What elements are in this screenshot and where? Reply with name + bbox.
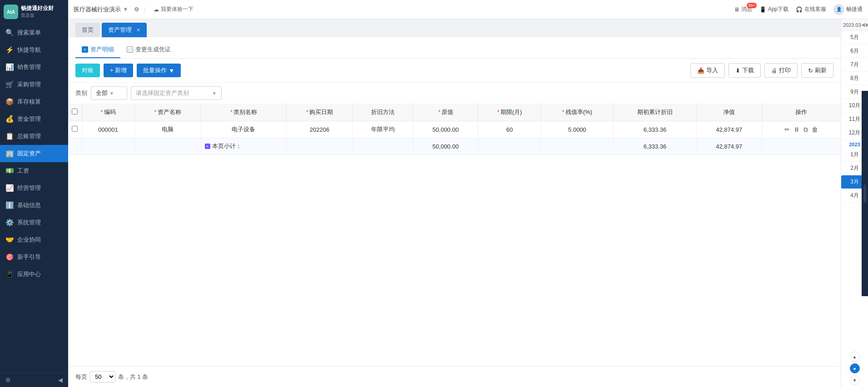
col-purchase-date: *购买日期 (286, 104, 352, 121)
reconcile-button[interactable]: 对账 (75, 64, 100, 77)
toolbar-right: 📥 导入 ⬇ 下载 🖨 打印 ↻ 刷新 (690, 63, 833, 78)
support-icon: 🎧 (796, 6, 803, 13)
edit-icon[interactable]: ✏ (784, 126, 790, 133)
sidebar-item-search[interactable]: 🔍 搜索菜单 (0, 24, 68, 41)
company-selector[interactable]: 医疗器械行业演示 ▼ (74, 5, 129, 14)
cell-name: 电脑 (134, 121, 201, 138)
main-toolbar: 对账 + 新增 批量操作 ▼ 📥 导入 ⬇ 下载 (68, 59, 841, 83)
sidebar-item-label: 基础信息 (17, 201, 41, 209)
company-name: 医疗器械行业演示 (74, 5, 121, 14)
cell-purchase-date: 202206 (286, 121, 352, 138)
calendar-prev-arrow[interactable]: ◀ (861, 22, 865, 28)
new-button[interactable]: + 新增 (104, 64, 133, 77)
tab-close-icon[interactable]: ✕ (136, 27, 140, 33)
sidebar-item-purchase[interactable]: 🛒 采购管理 (0, 76, 68, 93)
sidebar-item-label: 搜索菜单 (17, 29, 41, 37)
batch-ops-button[interactable]: 批量操作 ▼ (137, 64, 181, 77)
cal-month-6[interactable]: 6月 (841, 45, 868, 58)
experience-label: 我要体验一下 (161, 5, 193, 13)
calendar-next-arrow[interactable]: ▶ (866, 22, 868, 28)
sub-tab-detail[interactable]: ≡ 资产明细 (75, 42, 120, 58)
sidebar-item-ledger[interactable]: 📋 总账管理 (0, 128, 68, 145)
voucher-tab-icon: 📄 (127, 46, 133, 53)
cal-down-btn[interactable]: ▼ (850, 375, 860, 385)
app-logo: AtA (4, 5, 18, 19)
tabs-bar: 首页 资产管理 ✕ (68, 19, 841, 37)
page-size-select[interactable]: 20 50 100 (90, 371, 115, 382)
cell-period: 60 (478, 121, 541, 138)
sidebar-item-sales[interactable]: 📊 销售管理 (0, 59, 68, 76)
page-content: 首页 资产管理 ✕ ≡ 资产明细 📄 变更生成凭证 (68, 19, 841, 387)
copy-icon[interactable]: ⧉ (804, 126, 808, 134)
tab-asset[interactable]: 资产管理 ✕ (102, 23, 147, 37)
cell-accumulated-depreciation: 6,333.36 (614, 121, 697, 138)
download-icon: ⬇ (735, 67, 740, 74)
subtotal-row: ≡ 本页小计： 50,000.00 (68, 138, 841, 155)
user-menu[interactable]: 👤 畅捷通 (833, 4, 863, 15)
sidebar-item-business[interactable]: 📈 经营管理 (0, 179, 68, 197)
settings-gear-icon[interactable]: ⚙ (134, 6, 139, 13)
sidebar-item-guide[interactable]: 🎯 新手引导 (0, 248, 68, 266)
sub-tab-voucher[interactable]: 📄 变更生成凭证 (120, 42, 177, 58)
row-checkbox[interactable] (72, 126, 78, 132)
sidebar-item-app-center[interactable]: 📱 应用中心 (0, 266, 68, 283)
app-download-button[interactable]: 📱 App下载 (759, 5, 789, 13)
sidebar-item-fixed-assets[interactable]: 🏢 固定资产 (0, 145, 68, 162)
subtotal-icon: ≡ (205, 144, 210, 149)
messages-button[interactable]: 🖥 消息 99+ (734, 5, 752, 13)
topbar-right: 🖥 消息 99+ 📱 App下载 🎧 在线客服 👤 畅捷通 (734, 4, 863, 15)
category-input[interactable]: 请选择固定资产类别 ▼ (131, 86, 222, 100)
print-button[interactable]: 🖨 打印 (764, 63, 798, 78)
col-actions: 操作 (762, 104, 841, 121)
separator: | (144, 6, 145, 13)
download-button[interactable]: ⬇ 下载 (729, 63, 761, 78)
assets-table-container: *编码 *资产名称 *类别名称 *购买日期 折旧方法 *原值 *期限(月) *残… (68, 104, 841, 366)
online-support-button[interactable]: 🎧 在线客服 (796, 5, 826, 13)
sidebar-item-funds[interactable]: 💰 资金管理 (0, 110, 68, 128)
calendar-header: 2023.03 ◀ ▶ (841, 19, 868, 31)
sidebar-item-payroll[interactable]: 💵 工资 (0, 162, 68, 179)
delete-icon[interactable]: 🗑 (812, 126, 818, 133)
calendar-nav-arrows: ◀ ▶ (861, 22, 868, 28)
message-icon: 🖥 (734, 6, 739, 13)
sidebar-item-label: 系统管理 (17, 218, 41, 227)
tab-home[interactable]: 首页 (75, 23, 100, 37)
col-residual-rate: *残值率(%) (541, 104, 614, 121)
cal-month-8[interactable]: 8月 (841, 72, 868, 85)
purchase-icon: 🛒 (5, 80, 14, 89)
download-icon: 📱 (759, 6, 766, 13)
refresh-button[interactable]: ↻ 刷新 (801, 63, 833, 78)
filter-row: 类别 全部 ▼ 请选择固定资产类别 ▼ (68, 83, 841, 104)
select-all-checkbox[interactable] (72, 109, 78, 114)
sidebar-item-inventory[interactable]: 📦 库存核算 (0, 93, 68, 110)
cell-original-value: 50,000.00 (413, 121, 478, 138)
cal-current-btn[interactable]: ● (850, 363, 860, 373)
cal-month-7[interactable]: 7月 (841, 58, 868, 72)
category-type-select[interactable]: 全部 ▼ (91, 86, 127, 100)
settings-icon[interactable]: ⚙ (5, 377, 11, 383)
experience-button[interactable]: ☁ 我要体验一下 (154, 5, 193, 13)
app-edition: 普及版 (21, 12, 54, 19)
enterprise-icon: 🤝 (5, 236, 14, 244)
collapse-icon[interactable]: ◀ (58, 377, 63, 383)
cell-depreciation-method: 年限平均 (353, 121, 413, 138)
sidebar-item-basic-info[interactable]: ℹ️ 基础信息 (0, 197, 68, 214)
pause-icon[interactable]: ⏸ (794, 126, 800, 133)
col-category: *类别名称 (201, 104, 286, 121)
cell-actions: ✏ ⏸ ⧉ 🗑 (762, 121, 841, 138)
company-dropdown-arrow: ▼ (123, 6, 129, 13)
sidebar-item-label: 快捷导航 (17, 46, 41, 54)
sidebar-item-label: 销售管理 (17, 63, 41, 71)
cal-up-btn[interactable]: ▲ (850, 352, 860, 362)
export-button[interactable]: 📥 导入 (690, 63, 725, 78)
basic-info-icon: ℹ️ (5, 201, 14, 209)
cal-month-5[interactable]: 5月 (841, 31, 868, 45)
app-download-label: App下载 (768, 5, 789, 13)
sidebar: AtA 畅捷通好业财 普及版 🔍 搜索菜单 ⚡ 快捷导航 📊 销售管理 🛒 采购… (0, 0, 68, 387)
sidebar-item-system[interactable]: ⚙️ 系统管理 (0, 214, 68, 231)
sidebar-item-enterprise[interactable]: 🤝 企业协同 (0, 231, 68, 248)
online-support-label: 在线客服 (804, 5, 826, 13)
sidebar-item-quick-nav[interactable]: ⚡ 快捷导航 (0, 41, 68, 59)
cell-code: 000001 (82, 121, 134, 138)
col-net-value: 净值 (696, 104, 762, 121)
